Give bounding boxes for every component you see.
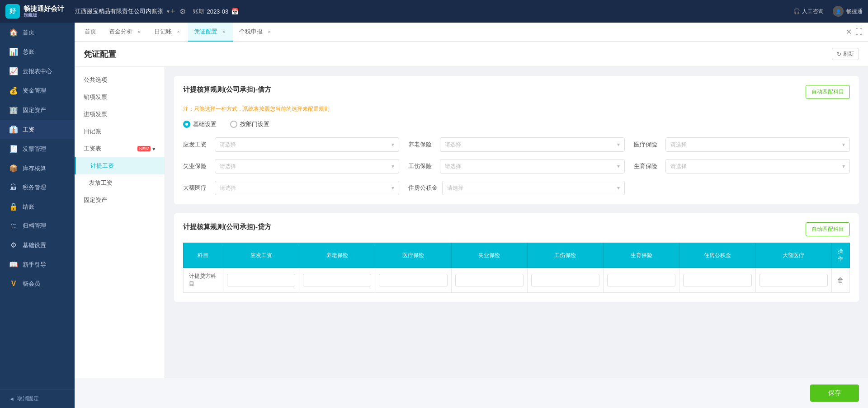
- sidebar-item-invoice[interactable]: 🧾 发票管理: [0, 139, 75, 159]
- left-menu-sales-invoice[interactable]: 销项发票: [75, 89, 165, 106]
- sidebar-label-archive: 归档管理: [23, 222, 46, 230]
- credit-section-title: 计提核算规则(公司承担)-贷方: [183, 223, 271, 231]
- tax-icon: 🏛: [9, 183, 18, 192]
- credit-table: 科目 应发工资 养老保险 医疗保险 失业保险 工伤保险 生育保险 住房公积金 大…: [183, 243, 850, 293]
- radio-department[interactable]: 按部门设置: [230, 120, 269, 128]
- sidebar-item-close[interactable]: 🔒 结账: [0, 197, 75, 216]
- field-pension: 养老保险 请选择 ▾: [408, 137, 624, 152]
- save-button[interactable]: 保存: [810, 385, 859, 402]
- cell-large-med[interactable]: [755, 268, 831, 293]
- injury-select[interactable]: 请选择 ▾: [440, 159, 624, 174]
- input-unemployment[interactable]: [455, 274, 524, 286]
- tab-tax-close-icon[interactable]: ×: [266, 28, 272, 35]
- input-medical[interactable]: [379, 274, 447, 286]
- cell-medical[interactable]: [375, 268, 451, 293]
- service-button[interactable]: 🎧 人工咨询: [793, 8, 824, 15]
- sidebar-label-funds: 资金管理: [23, 87, 46, 95]
- salary-icon: 👔: [9, 125, 18, 134]
- ledger-icon: 📊: [9, 47, 18, 56]
- input-pension[interactable]: [303, 274, 371, 286]
- radio-basic[interactable]: 基础设置: [183, 120, 217, 128]
- expand-icon[interactable]: ⛶: [855, 28, 863, 36]
- col-housing: 住房公积金: [679, 243, 755, 268]
- left-menu-purchase-invoice[interactable]: 进项发票: [75, 106, 165, 123]
- sidebar-item-home[interactable]: 🏠 首页: [0, 23, 75, 42]
- pension-select[interactable]: 请选择 ▾: [440, 137, 624, 152]
- cell-injury[interactable]: [527, 268, 603, 293]
- left-menu-fixed-assets[interactable]: 固定资产: [75, 192, 165, 209]
- sidebar-label-invoice: 发票管理: [23, 145, 46, 153]
- close-period-icon: 🔒: [9, 202, 18, 211]
- tab-fund-analysis[interactable]: 资金分析 ×: [103, 23, 148, 42]
- cell-gross[interactable]: [223, 268, 299, 293]
- company-selector[interactable]: 江西服宝精品有限责任公司内账张 ▼: [75, 7, 170, 15]
- assets-icon: 🏢: [9, 106, 18, 114]
- debit-note: 注：只能选择一种方式，系统将按照您当前的选择来配置规则: [183, 105, 850, 113]
- sidebar-item-ledger[interactable]: 📊 总账: [0, 42, 75, 61]
- cell-housing[interactable]: [679, 268, 755, 293]
- sidebar-item-archive[interactable]: 🗂 归档管理: [0, 216, 75, 235]
- tab-voucher-config[interactable]: 凭证配置 ×: [188, 23, 233, 42]
- sidebar-item-vip[interactable]: V 畅会员: [0, 274, 75, 293]
- sidebar-item-guide[interactable]: 📖 新手引导: [0, 255, 75, 274]
- sidebar-item-settings[interactable]: ⚙ 基础设置: [0, 235, 75, 255]
- sidebar-item-reports[interactable]: 📈 云报表中心: [0, 61, 75, 81]
- left-menu-public[interactable]: 公共选项: [75, 71, 165, 89]
- medical-select[interactable]: 请选择 ▾: [665, 137, 850, 152]
- credit-auto-match-button[interactable]: 自动匹配科目: [806, 222, 850, 236]
- sidebar-item-funds[interactable]: 💰 资金管理: [0, 81, 75, 100]
- sidebar-label-vip: 畅会员: [23, 280, 40, 288]
- large-medical-label: 大额医疗: [183, 184, 210, 192]
- cell-unemployment[interactable]: [451, 268, 527, 293]
- period-value: 2023-03: [207, 8, 228, 15]
- sidebar-label-inventory: 库存核算: [23, 164, 46, 173]
- left-menu-pay-salary[interactable]: 发放工资: [75, 174, 165, 192]
- settings-icon[interactable]: ⚙: [179, 7, 186, 16]
- left-menu-accrual[interactable]: 计提工资: [75, 157, 165, 174]
- maternity-select[interactable]: 请选择 ▾: [665, 159, 850, 174]
- unemployment-select[interactable]: 请选择 ▾: [215, 159, 399, 174]
- delete-row-icon[interactable]: 🗑: [837, 277, 844, 284]
- tab-fund-close-icon[interactable]: ×: [136, 28, 142, 35]
- sidebar-item-assets[interactable]: 🏢 固定资产: [0, 100, 75, 120]
- tab-journal[interactable]: 日记账 ×: [148, 23, 187, 42]
- cell-maternity[interactable]: [604, 268, 679, 293]
- logo: 好 畅捷通好会计 旗舰版: [5, 4, 64, 19]
- input-injury[interactable]: [531, 274, 599, 286]
- user-area[interactable]: 👤 畅捷通: [833, 6, 863, 17]
- add-tab-icon[interactable]: +: [170, 7, 175, 16]
- tab-tax-label: 个税申报: [239, 28, 263, 36]
- left-menu-journal[interactable]: 日记账: [75, 123, 165, 140]
- sidebar-item-tax[interactable]: 🏛 税务管理: [0, 178, 75, 197]
- sidebar-label-close: 结账: [23, 203, 34, 211]
- tab-tax[interactable]: 个税申报 ×: [233, 23, 278, 42]
- row-subject-label: 计提贷方科目: [184, 268, 223, 293]
- col-maternity: 生育保险: [604, 243, 679, 268]
- sidebar-label-settings: 基础设置: [23, 241, 46, 249]
- sidebar-item-salary[interactable]: 👔 工资: [0, 120, 75, 139]
- close-tab-icon[interactable]: ✕: [846, 28, 852, 36]
- input-gross[interactable]: [227, 274, 295, 286]
- gross-salary-select[interactable]: 请选择 ▾: [215, 137, 399, 152]
- input-housing[interactable]: [683, 274, 751, 286]
- debit-auto-match-button[interactable]: 自动匹配科目: [806, 85, 850, 99]
- injury-label: 工伤保险: [408, 162, 435, 170]
- tab-journal-close-icon[interactable]: ×: [175, 28, 181, 35]
- housing-fund-select[interactable]: 请选择 ▾: [442, 181, 624, 195]
- tab-voucher-close-icon[interactable]: ×: [221, 28, 226, 35]
- cell-delete[interactable]: 🗑: [831, 268, 849, 293]
- tab-home-label: 首页: [85, 28, 96, 36]
- left-menu-salary-table[interactable]: 工资表 NEW ▾: [75, 140, 165, 157]
- salary-table-label: 工资表: [84, 145, 101, 153]
- large-medical-select[interactable]: 请选择 ▾: [215, 181, 399, 195]
- input-maternity[interactable]: [607, 274, 675, 286]
- cell-pension[interactable]: [299, 268, 375, 293]
- tab-home[interactable]: 首页: [78, 23, 103, 42]
- tab-journal-label: 日记账: [154, 28, 172, 36]
- calendar-icon[interactable]: 📅: [231, 8, 239, 15]
- sidebar-item-inventory[interactable]: 📦 库存核算: [0, 159, 75, 178]
- page-header: 凭证配置 ↻ 刷新: [75, 42, 868, 67]
- cancel-fixed-button[interactable]: ◄ 取消固定: [0, 389, 75, 408]
- input-large-med[interactable]: [760, 274, 828, 286]
- refresh-button[interactable]: ↻ 刷新: [832, 48, 859, 60]
